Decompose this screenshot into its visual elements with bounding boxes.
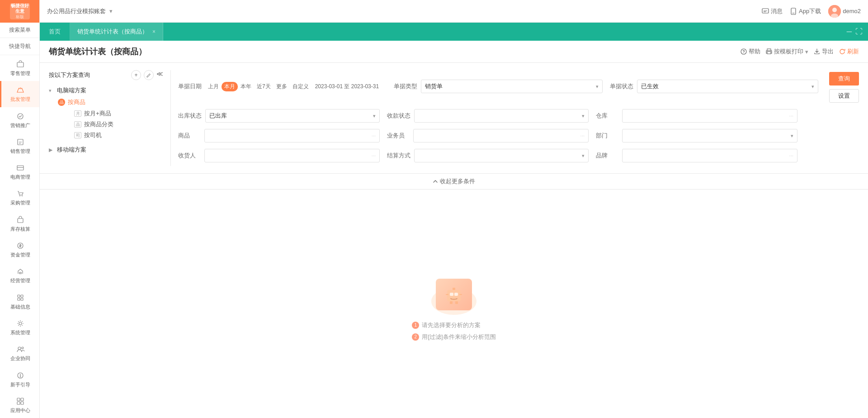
- sidebar-item-sales[interactable]: 销售管理: [0, 133, 39, 159]
- svg-point-13: [19, 322, 22, 325]
- warehouse-status-arrow: ▾: [373, 113, 376, 119]
- status-control[interactable]: 已生效 ▾: [637, 80, 818, 93]
- sidebar-item-enterprise-label: 企业协同: [10, 355, 30, 361]
- sidebar-item-finance-label: 资金管理: [10, 252, 30, 258]
- search-menu[interactable]: 搜索菜单: [0, 23, 39, 38]
- sidebar-item-system[interactable]: 系统管理: [0, 314, 39, 340]
- tree-leaf-goods-category[interactable]: 品 按商品分类: [74, 119, 163, 130]
- sidebar-item-operations-label: 经营管理: [10, 277, 30, 284]
- svg-rect-24: [791, 8, 796, 14]
- tree-leaf-driver[interactable]: 司 按司机: [74, 130, 163, 141]
- query-btn[interactable]: 查询: [829, 72, 859, 86]
- date-tab-this-year[interactable]: 本年: [238, 82, 254, 91]
- filter-left-header: 按以下方案查询 + ≪: [49, 70, 163, 80]
- sidebar-item-purchase[interactable]: 采购管理: [0, 185, 39, 210]
- search-menu-label: 搜索菜单: [9, 27, 31, 33]
- refresh-btn[interactable]: 刷新: [839, 48, 859, 56]
- filter-goods: 商品 ···: [178, 129, 380, 142]
- help-icon: [741, 48, 747, 55]
- sidebar-item-basic-label: 基础信息: [10, 304, 30, 310]
- tab-home[interactable]: 首页: [40, 23, 70, 41]
- sidebar-item-finance[interactable]: 资金管理: [0, 237, 39, 262]
- settings-btn[interactable]: 设置: [829, 89, 859, 103]
- svg-point-5: [22, 195, 23, 196]
- tab-current[interactable]: 销货单统计计表（按商品） ×: [70, 23, 163, 41]
- filter-payment: 结算方式 ▾: [387, 149, 589, 162]
- tab-minimize-btn[interactable]: ─: [847, 28, 852, 35]
- tab-maximize-btn[interactable]: ⛶: [855, 28, 863, 35]
- print-dropdown-icon[interactable]: ▾: [805, 48, 808, 55]
- help-btn[interactable]: 帮助: [741, 48, 760, 56]
- brand-dots: ···: [789, 153, 793, 158]
- tab-close-btn[interactable]: ×: [152, 28, 156, 35]
- empty-hint-2: 2 用[过滤]条件来缩小分析范围: [412, 331, 495, 343]
- brand-control[interactable]: ···: [622, 149, 797, 162]
- marketing-icon: [16, 112, 25, 121]
- sidebar-item-inventory[interactable]: 库存核算: [0, 211, 39, 237]
- dept-label: 部门: [596, 132, 618, 140]
- sidebar-item-guide[interactable]: 新手引导: [0, 366, 39, 392]
- sidebar-item-appstore[interactable]: 应用中心: [0, 392, 39, 418]
- payment-control[interactable]: ▾: [414, 149, 589, 162]
- sidebar-item-ecommerce-label: 电商管理: [10, 174, 30, 180]
- svg-rect-0: [17, 62, 24, 67]
- tree-leaf-items: 月 按月+商品 品 按商品分类 司 按司机: [58, 108, 163, 141]
- print-btn[interactable]: 按模板打印 ▾: [766, 48, 808, 56]
- svg-rect-18: [21, 398, 24, 401]
- tree-node-goods[interactable]: 品 按商品: [58, 96, 163, 108]
- action-buttons: 查询 设置: [829, 70, 859, 103]
- date-tab-this-month[interactable]: 本月: [222, 82, 238, 91]
- sidebar-item-basic[interactable]: 基础信息: [0, 289, 39, 314]
- sidebar-item-guide-label: 新手引导: [10, 381, 30, 388]
- date-tab-more[interactable]: 更多: [274, 82, 290, 91]
- sidebar-item-ecommerce[interactable]: 电商管理: [0, 159, 39, 185]
- messages-btn[interactable]: 消息: [762, 7, 783, 15]
- tree-pc-section[interactable]: ▾ 电脑端方案: [49, 85, 163, 96]
- industry-dropdown-icon[interactable]: ▾: [109, 8, 113, 14]
- edit-scheme-btn[interactable]: [144, 70, 154, 80]
- node-goods-icon: 品: [58, 99, 65, 106]
- collapse-left-btn[interactable]: ≪: [156, 70, 163, 80]
- svg-point-15: [22, 347, 24, 349]
- receipt-status-control[interactable]: ▾: [414, 109, 589, 123]
- add-scheme-btn[interactable]: +: [131, 70, 141, 80]
- sidebar-item-marketing[interactable]: 营销推广: [0, 107, 39, 133]
- user-avatar[interactable]: demo2: [828, 5, 861, 18]
- goods-control[interactable]: ···: [204, 129, 380, 142]
- app-download-btn[interactable]: App下载: [790, 7, 821, 15]
- chevron-up-icon: [433, 179, 438, 184]
- date-tab-last-month[interactable]: 上月: [205, 82, 222, 91]
- staff-control[interactable]: ···: [413, 129, 589, 142]
- date-tab-custom[interactable]: 自定义: [290, 82, 311, 91]
- type-control[interactable]: 销货单 ▾: [421, 80, 602, 93]
- svg-rect-3: [17, 166, 24, 170]
- status-value: 已生效: [641, 82, 659, 90]
- empty-hint-1: 1 请先选择要分析的方案: [412, 319, 495, 331]
- warehouse-status-control[interactable]: 已出库 ▾: [205, 109, 380, 123]
- hint-num-2: 2: [412, 333, 419, 341]
- tree-leaf-month-goods[interactable]: 月 按月+商品: [74, 108, 163, 119]
- receipt-status-label: 收款状态: [387, 112, 410, 120]
- collapse-more-btn[interactable]: 收起更多条件: [433, 177, 475, 185]
- sidebar-item-wholesale[interactable]: 批发管理: [0, 81, 39, 107]
- dept-control[interactable]: ▾: [622, 129, 797, 142]
- operations-icon: [16, 267, 25, 276]
- app-download-label: App下载: [799, 7, 821, 15]
- quick-nav[interactable]: 快捷导航: [0, 38, 39, 55]
- sidebar-item-enterprise[interactable]: 企业协同: [0, 340, 39, 366]
- tree-leaf-driver-label: 按司机: [84, 131, 102, 139]
- type-label: 单据类型: [394, 82, 417, 90]
- recipient-control[interactable]: ···: [204, 149, 380, 162]
- tree-mobile-item[interactable]: ▶ 移动端方案: [49, 144, 163, 155]
- svg-rect-20: [21, 402, 24, 404]
- warehouse-control[interactable]: ···: [622, 109, 797, 123]
- export-label: 导出: [822, 48, 834, 56]
- filter-left-icons: + ≪: [131, 70, 163, 80]
- sidebar-item-operations[interactable]: 经营管理: [0, 262, 39, 288]
- staff-dots: ···: [580, 133, 585, 138]
- sidebar-item-retail[interactable]: 零售管理: [0, 55, 39, 81]
- date-tab-7days[interactable]: 近7天: [254, 82, 274, 91]
- export-btn[interactable]: 导出: [814, 48, 834, 56]
- svg-rect-33: [450, 293, 453, 296]
- logo[interactable]: 畅捷信好生意 标版: [0, 0, 39, 23]
